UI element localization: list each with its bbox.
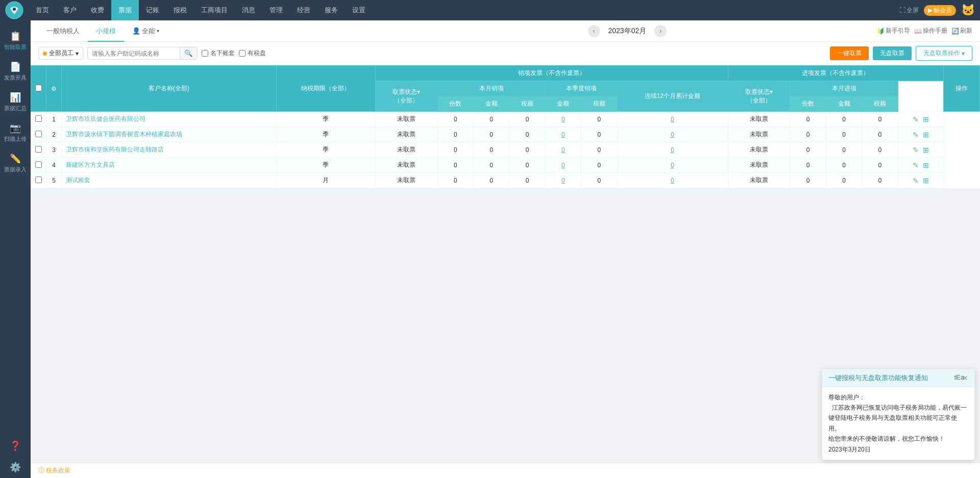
- no-disc-ops-btn[interactable]: 无盘取票操作 ▾: [916, 46, 972, 61]
- nav-home[interactable]: 首页: [29, 0, 56, 20]
- row-month-tax-purchase: 0: [862, 142, 898, 158]
- nav-operate[interactable]: 经营: [290, 0, 317, 20]
- tax-policy-link[interactable]: ⓘ 税务政策: [38, 466, 70, 475]
- row-quarter-amount-sales[interactable]: 0: [545, 112, 581, 127]
- row-quarter-amount-sales[interactable]: 0: [545, 158, 581, 173]
- nav-service[interactable]: 服务: [317, 0, 345, 20]
- nav-invoice[interactable]: 票据: [111, 0, 139, 20]
- nav-manage[interactable]: 管理: [262, 0, 290, 20]
- tab-all[interactable]: 👤 全能 ▾: [124, 20, 167, 42]
- search-box: 🔍: [87, 47, 198, 60]
- sidebar-item-settings[interactable]: ⚙️: [10, 457, 21, 478]
- row-month-tax-purchase: 0: [862, 158, 898, 173]
- edit-icon[interactable]: ✎: [913, 177, 919, 185]
- sidebar-item-smart-ticket[interactable]: 📋 智能取票: [0, 26, 31, 56]
- select-all-checkbox[interactable]: [35, 85, 42, 91]
- row-quarter-amount-sales[interactable]: 0: [545, 127, 581, 142]
- row-cumulative-amount[interactable]: 0: [617, 127, 728, 142]
- row-customer[interactable]: 卫辉市玖玖健合医药有限公司: [62, 112, 277, 127]
- sidebar-item-scan-upload[interactable]: 📷 扫描上传: [0, 117, 31, 148]
- row-cumulative-amount[interactable]: 0: [617, 173, 728, 188]
- no-disc-ticket-btn[interactable]: 无盘取票: [873, 46, 912, 60]
- row-customer[interactable]: 卫辉市保和堂医药有限公司走颐路店: [62, 142, 277, 158]
- invoice-summary-icon: 📊: [10, 92, 21, 103]
- next-period-btn[interactable]: ›: [654, 25, 667, 37]
- row-customer[interactable]: 新建区方方文具店: [62, 158, 277, 173]
- row-cumulative-amount[interactable]: 0: [617, 158, 728, 173]
- user-avatar[interactable]: 🐱: [961, 4, 975, 17]
- row-month-amount-sales: 0: [473, 127, 509, 142]
- row-ticket-status-purchase: 未取票: [728, 112, 790, 127]
- taxdisc-checkbox[interactable]: [239, 50, 246, 57]
- header-amount-sales-quarter: 金额: [545, 96, 581, 112]
- search-input[interactable]: [88, 48, 180, 59]
- row-checkbox[interactable]: [31, 127, 46, 142]
- row-actions: ✎ ⊞: [898, 158, 944, 173]
- account-checkbox-text: 名下账套: [210, 49, 235, 58]
- row-checkbox[interactable]: [31, 158, 46, 173]
- view-icon[interactable]: ⊞: [923, 115, 929, 123]
- one-key-ticket-btn[interactable]: 一键取票: [830, 46, 869, 60]
- sidebar-item-invoice-issue[interactable]: 📄 发票开具: [0, 56, 31, 87]
- edit-icon[interactable]: ✎: [913, 115, 919, 123]
- row-checkbox[interactable]: [31, 142, 46, 158]
- row-cumulative-amount[interactable]: 0: [617, 112, 728, 127]
- nav-settings[interactable]: 设置: [345, 0, 373, 20]
- refresh-link[interactable]: 🔄 刷新: [951, 27, 972, 35]
- taxdisc-checkbox-label[interactable]: 有税盘: [239, 49, 266, 58]
- edit-icon[interactable]: ✎: [913, 131, 919, 139]
- employee-filter[interactable]: 全部员工 ▾: [38, 47, 83, 60]
- row-checkbox[interactable]: [31, 173, 46, 188]
- header-12month: 连续12个月累计金额: [617, 81, 728, 112]
- header-select-all[interactable]: [31, 66, 46, 112]
- header-ticket-status-purchase[interactable]: 取票状态▾ （全部）: [728, 81, 790, 112]
- header-copies-sales-month: 份数: [437, 96, 473, 112]
- row-select-checkbox[interactable]: [35, 115, 42, 122]
- row-month-copies-purchase: 0: [790, 127, 826, 142]
- nav-bookkeeping[interactable]: 记账: [139, 0, 166, 20]
- row-customer[interactable]: 卫辉市汲水镇下圆调香榭置木种植家庭农场: [62, 127, 277, 142]
- row-month-copies-sales: 0: [437, 127, 473, 142]
- row-quarter-amount-sales[interactable]: 0: [545, 142, 581, 158]
- row-num: 4: [46, 158, 62, 173]
- sidebar-item-invoice-summary[interactable]: 📊 票据汇总: [0, 87, 31, 117]
- header-ticket-status-sales[interactable]: 取票状态▾ （全部）: [375, 81, 437, 112]
- nav-customer[interactable]: 客户: [56, 0, 84, 20]
- edit-icon[interactable]: ✎: [913, 146, 919, 154]
- vip-button[interactable]: ▶ 畅会员: [924, 5, 956, 16]
- row-month-tax-sales: 0: [509, 173, 545, 188]
- nav-message[interactable]: 消息: [235, 0, 262, 20]
- view-icon[interactable]: ⊞: [923, 131, 929, 139]
- nav-business[interactable]: 工商项目: [194, 0, 235, 20]
- view-icon[interactable]: ⊞: [923, 161, 929, 169]
- row-cumulative-amount[interactable]: 0: [617, 142, 728, 158]
- account-checkbox[interactable]: [202, 50, 208, 57]
- manual-link[interactable]: 📖 操作手册: [914, 27, 947, 35]
- row-select-checkbox[interactable]: [35, 177, 42, 183]
- row-num: 2: [46, 127, 62, 142]
- row-quarter-amount-sales[interactable]: 0: [545, 173, 581, 188]
- row-ticket-status-sales: 未取票: [375, 127, 437, 142]
- row-month-amount-sales: 0: [473, 112, 509, 127]
- account-checkbox-label[interactable]: 名下账套: [202, 49, 235, 58]
- new-guide-link[interactable]: 🔰 新手引导: [877, 27, 910, 35]
- prev-period-btn[interactable]: ‹: [588, 25, 600, 37]
- tab-small-scale[interactable]: 小规模: [88, 20, 124, 42]
- row-select-checkbox[interactable]: [35, 161, 42, 168]
- sidebar-item-help[interactable]: ❓: [10, 435, 21, 457]
- view-icon[interactable]: ⊞: [923, 177, 929, 185]
- row-select-checkbox[interactable]: [35, 131, 42, 137]
- fullscreen-btn[interactable]: ⛶ 全屏: [899, 6, 919, 15]
- row-customer[interactable]: 测试账套: [62, 173, 277, 188]
- header-settings[interactable]: ⚙: [46, 66, 62, 112]
- edit-icon[interactable]: ✎: [913, 161, 919, 169]
- search-button[interactable]: 🔍: [180, 47, 197, 59]
- logo[interactable]: [5, 1, 23, 19]
- row-checkbox[interactable]: [31, 112, 46, 127]
- sidebar-item-invoice-entry[interactable]: ✏️ 票据录入: [0, 148, 31, 179]
- view-icon[interactable]: ⊞: [923, 146, 929, 154]
- row-select-checkbox[interactable]: [35, 146, 42, 153]
- nav-tax[interactable]: 报税: [166, 0, 194, 20]
- tab-general-taxpayer[interactable]: 一般纳税人: [38, 20, 88, 42]
- nav-charge[interactable]: 收费: [84, 0, 111, 20]
